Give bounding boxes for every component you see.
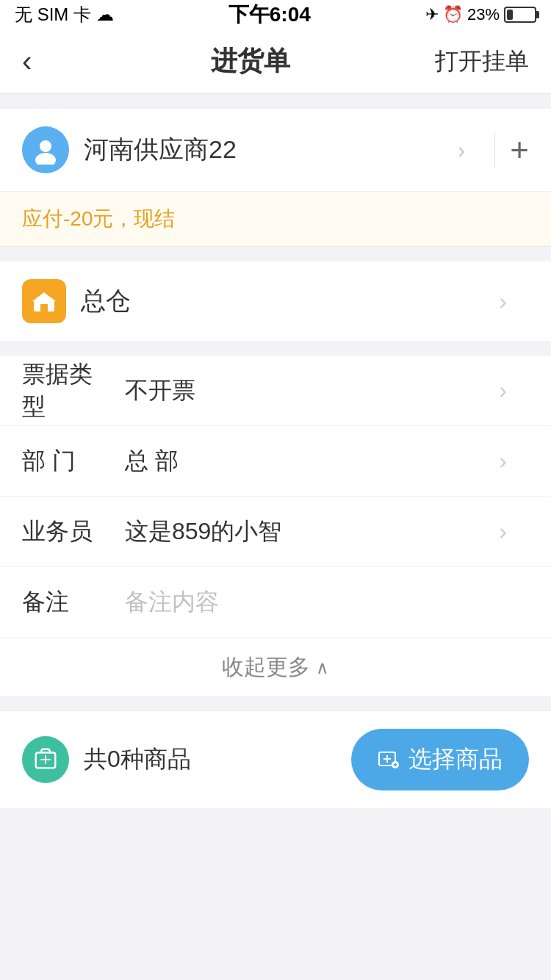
collapse-icon: ∧ bbox=[316, 657, 329, 678]
invoice-chevron-icon: › bbox=[499, 377, 507, 404]
svg-point-0 bbox=[40, 140, 51, 152]
svg-rect-4 bbox=[40, 304, 48, 311]
department-label: 部 门 bbox=[22, 445, 110, 478]
department-value: 总 部 bbox=[125, 445, 499, 478]
product-icon bbox=[22, 736, 69, 783]
collapse-row[interactable]: 收起更多 ∧ bbox=[0, 638, 551, 696]
invoice-type-row[interactable]: 票据类型 不开票 › bbox=[0, 356, 551, 426]
department-row[interactable]: 部 门 总 部 › bbox=[0, 426, 551, 497]
notes-label: 备注 bbox=[22, 586, 110, 619]
divider-1 bbox=[0, 94, 551, 109]
collapse-text: 收起更多 bbox=[222, 652, 310, 682]
svg-marker-3 bbox=[32, 292, 56, 301]
battery-text: 23% bbox=[467, 5, 500, 24]
notes-value[interactable]: 备注内容 bbox=[125, 586, 529, 619]
sim-text: 无 SIM 卡 ☁ bbox=[15, 3, 114, 26]
warehouse-icon bbox=[22, 279, 66, 323]
supplier-avatar bbox=[22, 126, 69, 173]
form-section: 票据类型 不开票 › 部 门 总 部 › 业务员 这是859的小智 › 备注 备… bbox=[0, 356, 551, 638]
svg-point-1 bbox=[35, 153, 56, 165]
divider-2 bbox=[0, 247, 551, 262]
invoice-type-value: 不开票 bbox=[125, 375, 499, 407]
nav-bar: ‹ 进货单 打开挂单 bbox=[0, 29, 551, 94]
warehouse-row[interactable]: 总仓 › bbox=[0, 262, 551, 341]
status-time: 下午6:04 bbox=[228, 1, 311, 29]
supplier-row[interactable]: 河南供应商22 › + bbox=[0, 109, 551, 192]
battery-icon bbox=[504, 7, 536, 23]
salesperson-value: 这是859的小智 bbox=[125, 516, 499, 548]
status-left: 无 SIM 卡 ☁ bbox=[15, 3, 114, 26]
product-bar: 共0种商品 选择商品 bbox=[0, 711, 551, 808]
notice-bar: 应付-20元，现结 bbox=[0, 192, 551, 247]
salesperson-label: 业务员 bbox=[22, 516, 110, 548]
status-right: ✈ ⏰ 23% bbox=[425, 5, 536, 24]
back-button[interactable]: ‹ bbox=[22, 45, 66, 78]
invoice-type-label: 票据类型 bbox=[22, 359, 110, 423]
location-icon: ✈ bbox=[425, 5, 439, 24]
product-count: 共0种商品 bbox=[84, 743, 351, 776]
open-pending-button[interactable]: 打开挂单 bbox=[435, 46, 529, 78]
supplier-name: 河南供应商22 bbox=[84, 133, 458, 167]
select-product-label: 选择商品 bbox=[408, 743, 503, 776]
vertical-divider bbox=[494, 131, 495, 168]
supplier-section: 河南供应商22 › + 应付-20元，现结 bbox=[0, 109, 551, 247]
alarm-icon: ⏰ bbox=[443, 5, 463, 24]
warehouse-chevron-icon: › bbox=[499, 288, 507, 315]
chevron-right-icon: › bbox=[458, 137, 466, 164]
warehouse-section: 总仓 › bbox=[0, 262, 551, 341]
warehouse-name: 总仓 bbox=[81, 284, 499, 318]
notes-row[interactable]: 备注 备注内容 bbox=[0, 567, 551, 638]
page-title: 进货单 bbox=[211, 43, 290, 79]
salesperson-row[interactable]: 业务员 这是859的小智 › bbox=[0, 497, 551, 567]
salesperson-chevron-icon: › bbox=[499, 518, 507, 545]
add-supplier-button[interactable]: + bbox=[510, 131, 529, 168]
select-product-button[interactable]: 选择商品 bbox=[351, 729, 529, 790]
status-bar: 无 SIM 卡 ☁ 下午6:04 ✈ ⏰ 23% bbox=[0, 0, 551, 29]
department-chevron-icon: › bbox=[499, 447, 507, 475]
